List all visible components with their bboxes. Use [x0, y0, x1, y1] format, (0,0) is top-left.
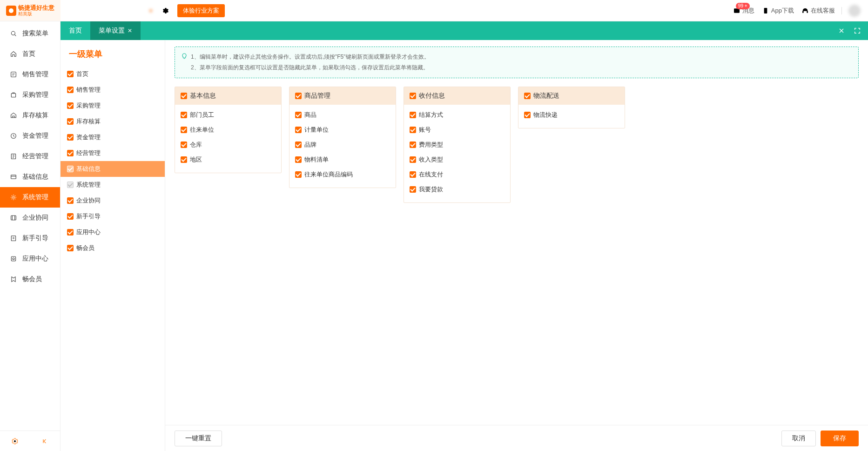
group-item[interactable]: 我要贷款 — [410, 182, 505, 197]
level1-checkbox[interactable] — [67, 102, 74, 109]
sidebar-item-5[interactable]: 资金管理 — [0, 126, 60, 146]
group-item-checkbox[interactable] — [410, 171, 416, 178]
level1-item-label: 资金管理 — [76, 133, 101, 141]
group-item-label: 物流快递 — [533, 111, 558, 119]
level1-checkbox[interactable] — [67, 197, 74, 204]
group-item-label: 部门员工 — [190, 111, 214, 119]
app-download-button[interactable]: App下载 — [762, 7, 794, 15]
group-item-checkbox[interactable] — [181, 156, 187, 163]
sidebar-item-10[interactable]: 新手引导 — [0, 228, 60, 249]
level1-checkbox[interactable] — [67, 87, 74, 93]
group-header[interactable]: 收付信息 — [404, 87, 510, 105]
group-item[interactable]: 往来单位 — [181, 122, 276, 137]
group-item[interactable]: 仓库 — [181, 137, 276, 152]
level1-checkbox[interactable] — [67, 118, 74, 125]
group-item[interactable]: 在线支付 — [410, 167, 505, 182]
level1-checkbox[interactable] — [67, 150, 74, 156]
group-header-checkbox[interactable] — [295, 93, 302, 99]
group-item[interactable]: 费用类型 — [410, 137, 505, 152]
group-item[interactable]: 计量单位 — [295, 122, 390, 137]
level1-checkbox[interactable] — [67, 245, 74, 251]
sidebar-item-1[interactable]: 首页 — [0, 44, 60, 64]
tab-0[interactable]: 首页 — [61, 21, 90, 40]
sidebar-item-6[interactable]: 经营管理 — [0, 146, 60, 167]
group-card-1: 商品管理商品计量单位品牌物料清单往来单位商品编码 — [289, 87, 396, 188]
sidebar-item-11[interactable]: 应用中心 — [0, 249, 60, 269]
group-header-checkbox[interactable] — [524, 93, 531, 99]
group-item[interactable]: 结算方式 — [410, 108, 505, 122]
group-header[interactable]: 基本信息 — [175, 87, 281, 105]
support-button[interactable]: 在线客服 — [801, 7, 835, 15]
level1-item-label: 经营管理 — [76, 149, 101, 157]
level1-item-7[interactable]: 系统管理 — [61, 177, 165, 193]
group-item-checkbox[interactable] — [295, 127, 302, 133]
level1-item-5[interactable]: 经营管理 — [61, 145, 165, 161]
group-header-checkbox[interactable] — [410, 93, 416, 99]
avatar[interactable] — [848, 5, 861, 17]
level1-checkbox[interactable] — [67, 71, 74, 77]
level1-item-6[interactable]: 基础信息 — [61, 161, 165, 177]
group-item[interactable]: 地区 — [181, 152, 276, 167]
group-item[interactable]: 物料清单 — [295, 152, 390, 167]
fullscreen-button[interactable] — [849, 21, 865, 40]
level1-checkbox[interactable] — [67, 182, 74, 188]
level1-item-11[interactable]: 畅会员 — [61, 240, 165, 256]
level1-item-0[interactable]: 首页 — [61, 66, 165, 82]
group-item-checkbox[interactable] — [181, 141, 187, 148]
level1-item-3[interactable]: 库存核算 — [61, 114, 165, 129]
level1-item-1[interactable]: 销售管理 — [61, 82, 165, 98]
level1-item-9[interactable]: 新手引导 — [61, 209, 165, 224]
group-header[interactable]: 物流配送 — [518, 87, 625, 105]
group-item[interactable]: 收入类型 — [410, 152, 505, 167]
group-item-checkbox[interactable] — [410, 112, 416, 118]
group-item-checkbox[interactable] — [295, 156, 302, 163]
group-item-checkbox[interactable] — [410, 186, 416, 193]
group-item[interactable]: 物流快递 — [524, 108, 619, 122]
group-item-checkbox[interactable] — [295, 112, 302, 118]
level1-item-10[interactable]: 应用中心 — [61, 224, 165, 240]
tab-close-icon[interactable]: ✕ — [128, 27, 132, 34]
level1-checkbox[interactable] — [67, 229, 74, 236]
sidebar-item-12[interactable]: 畅会员 — [0, 269, 60, 289]
group-item-checkbox[interactable] — [181, 127, 187, 133]
sidebar-item-9[interactable]: 企业协同 — [0, 208, 60, 228]
group-item-checkbox[interactable] — [524, 112, 531, 118]
sidebar-item-7[interactable]: 基础信息 — [0, 167, 60, 187]
tab-1[interactable]: 菜单设置✕ — [90, 21, 141, 40]
reset-button[interactable]: 一键重置 — [175, 431, 222, 446]
app-download-label: App下载 — [771, 7, 794, 15]
sidebar-item-3[interactable]: 采购管理 — [0, 85, 60, 105]
level1-item-4[interactable]: 资金管理 — [61, 129, 165, 145]
sidebar-item-0[interactable]: 搜索菜单 — [0, 23, 60, 44]
sidebar-item-2[interactable]: 销售管理 — [0, 64, 60, 85]
group-item-checkbox[interactable] — [410, 156, 416, 163]
save-button[interactable]: 保存 — [821, 431, 859, 446]
group-item[interactable]: 部门员工 — [181, 108, 276, 122]
group-item-checkbox[interactable] — [295, 171, 302, 178]
cancel-button[interactable]: 取消 — [781, 431, 816, 446]
group-header[interactable]: 商品管理 — [289, 87, 396, 105]
sidebar-settings-button[interactable] — [6, 431, 24, 451]
try-industry-button[interactable]: 体验行业方案 — [177, 4, 225, 17]
tab-close-all-button[interactable] — [834, 21, 849, 40]
sidebar-collapse-button[interactable] — [36, 431, 54, 451]
group-item-checkbox[interactable] — [410, 127, 416, 133]
group-item[interactable]: 账号 — [410, 122, 505, 137]
group-item[interactable]: 商品 — [295, 108, 390, 122]
level1-item-2[interactable]: 采购管理 — [61, 98, 165, 114]
level1-checkbox[interactable] — [67, 166, 74, 172]
messages-button[interactable]: 99 + 消息 — [733, 7, 754, 15]
org-selector[interactable]: ▾ — [67, 4, 156, 18]
settings-button[interactable] — [159, 4, 173, 18]
sidebar-item-8[interactable]: 系统管理 — [0, 187, 60, 208]
group-item[interactable]: 品牌 — [295, 137, 390, 152]
group-item-checkbox[interactable] — [295, 141, 302, 148]
group-item[interactable]: 往来单位商品编码 — [295, 167, 390, 182]
group-item-checkbox[interactable] — [181, 112, 187, 118]
group-header-checkbox[interactable] — [181, 93, 187, 99]
level1-checkbox[interactable] — [67, 134, 74, 141]
sidebar-item-4[interactable]: 库存核算 — [0, 105, 60, 126]
group-item-checkbox[interactable] — [410, 141, 416, 148]
level1-item-8[interactable]: 企业协同 — [61, 193, 165, 209]
level1-checkbox[interactable] — [67, 213, 74, 220]
